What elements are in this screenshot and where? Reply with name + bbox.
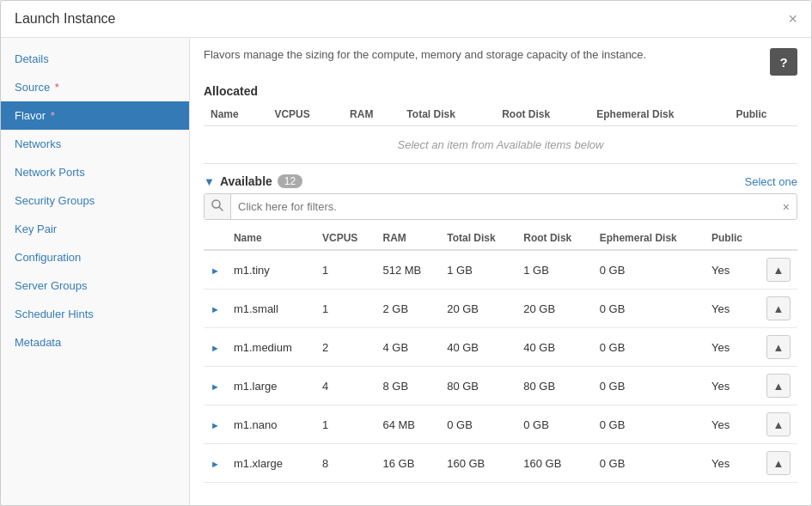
modal-title: Launch Instance (15, 11, 115, 27)
cell-public: Yes (705, 250, 760, 290)
available-label: Available (220, 174, 272, 188)
expand-btn[interactable]: ► (204, 405, 227, 444)
table-row: ►m1.xlarge816 GB160 GB160 GB0 GBYes▲ (204, 444, 797, 483)
table-row: ►m1.nano164 MB0 GB0 GB0 GBYes▲ (204, 405, 797, 444)
sidebar-item-network-ports[interactable]: Network Ports (1, 158, 189, 186)
available-count-badge: 12 (278, 174, 302, 188)
table-row: ►m1.medium24 GB40 GB40 GB0 GBYes▲ (204, 328, 797, 367)
sidebar-item-configuration[interactable]: Configuration (1, 243, 189, 271)
cell-root_disk: 80 GB (516, 367, 592, 405)
expand-btn[interactable]: ► (204, 328, 227, 367)
table-row: ►m1.large48 GB80 GB80 GB0 GBYes▲ (204, 367, 797, 405)
available-col-vcpus: VCPUS (315, 227, 375, 250)
row-action-cell: ▲ (760, 367, 797, 405)
available-header: ▼ Available 12 Select one (204, 174, 797, 188)
allocated-empty-row: Select an item from Available items belo… (204, 126, 797, 164)
sidebar-item-details[interactable]: Details (1, 45, 189, 73)
allocate-button[interactable]: ▲ (766, 451, 791, 475)
table-row: ►m1.small12 GB20 GB20 GB0 GBYes▲ (204, 290, 797, 328)
cell-total_disk: 1 GB (440, 250, 516, 290)
available-table-body: ►m1.tiny1512 MB1 GB1 GB0 GBYes▲►m1.small… (204, 250, 797, 483)
allocate-button[interactable]: ▲ (766, 296, 791, 320)
cell-total_disk: 160 GB (440, 444, 516, 483)
available-left: ▼ Available 12 (204, 174, 302, 188)
allocate-button[interactable]: ▲ (766, 412, 791, 436)
available-expand-col (204, 227, 227, 250)
sidebar-item-key-pair[interactable]: Key Pair (1, 215, 189, 243)
available-table-head: NameVCPUSRAMTotal DiskRoot DiskEphemeral… (204, 227, 797, 250)
cell-root_disk: 1 GB (516, 250, 592, 290)
cell-root_disk: 0 GB (516, 405, 592, 444)
available-col-root-disk: Root Disk (516, 227, 592, 250)
row-action-cell: ▲ (760, 328, 797, 367)
allocated-col-name: Name (204, 103, 267, 126)
launch-instance-modal: Launch Instance × DetailsSource *Flavor … (0, 0, 812, 506)
available-col-public: Public (705, 227, 760, 250)
cell-ram: 512 MB (375, 250, 440, 290)
allocated-table-body: Select an item from Available items belo… (204, 126, 797, 164)
cell-ram: 64 MB (375, 405, 440, 444)
top-row: Flavors manage the sizing for the comput… (204, 48, 797, 76)
required-marker: * (47, 109, 55, 122)
cell-name: m1.small (227, 290, 315, 328)
flavor-description: Flavors manage the sizing for the comput… (204, 48, 760, 61)
cell-ephemeral_disk: 0 GB (593, 290, 705, 328)
sidebar-item-flavor[interactable]: Flavor * (1, 101, 189, 130)
required-marker: * (52, 81, 59, 94)
available-toggle-icon[interactable]: ▼ (204, 175, 215, 188)
expand-btn[interactable]: ► (204, 250, 227, 290)
row-action-cell: ▲ (760, 444, 797, 483)
allocate-button[interactable]: ▲ (766, 258, 791, 282)
cell-ephemeral_disk: 0 GB (593, 444, 705, 483)
cell-ram: 16 GB (375, 444, 440, 483)
cell-vcpus: 1 (315, 290, 375, 328)
search-clear-icon[interactable]: × (776, 195, 797, 219)
sidebar-item-metadata[interactable]: Metadata (1, 328, 189, 357)
sidebar-item-scheduler-hints[interactable]: Scheduler Hints (1, 300, 189, 328)
cell-ephemeral_disk: 0 GB (593, 250, 705, 290)
cell-ephemeral_disk: 0 GB (593, 367, 705, 405)
expand-btn[interactable]: ► (204, 367, 227, 405)
allocate-button[interactable]: ▲ (766, 335, 791, 359)
allocated-col-total-disk: Total Disk (400, 103, 495, 126)
sidebar-item-source[interactable]: Source * (1, 73, 189, 101)
cell-total_disk: 80 GB (440, 367, 516, 405)
cell-name: m1.tiny (227, 250, 315, 290)
svg-line-1 (219, 207, 223, 210)
allocated-col-public: Public (729, 103, 797, 126)
allocated-table: NameVCPUSRAMTotal DiskRoot DiskEphemeral… (204, 103, 797, 164)
sidebar-item-security-groups[interactable]: Security Groups (1, 186, 189, 215)
cell-public: Yes (705, 405, 760, 444)
cell-root_disk: 20 GB (516, 290, 592, 328)
help-button[interactable]: ? (770, 48, 797, 76)
sidebar-item-networks[interactable]: Networks (1, 130, 189, 158)
cell-ephemeral_disk: 0 GB (593, 405, 705, 444)
expand-btn[interactable]: ► (204, 444, 227, 483)
close-icon[interactable]: × (788, 11, 797, 27)
search-icon (205, 194, 231, 219)
allocate-button[interactable]: ▲ (766, 374, 791, 398)
row-action-cell: ▲ (760, 250, 797, 290)
available-col-ephemeral-disk: Ephemeral Disk (593, 227, 705, 250)
allocated-table-head: NameVCPUSRAMTotal DiskRoot DiskEphemeral… (204, 103, 797, 126)
sidebar-item-server-groups[interactable]: Server Groups (1, 271, 189, 300)
allocated-col-root-disk: Root Disk (495, 103, 589, 126)
allocated-col-vcpus: VCPUS (267, 103, 343, 126)
cell-name: m1.medium (227, 328, 315, 367)
allocated-section-title: Allocated (204, 84, 797, 98)
search-input[interactable] (231, 195, 776, 218)
row-action-cell: ▲ (760, 405, 797, 444)
row-action-cell: ▲ (760, 290, 797, 328)
allocated-header-row: NameVCPUSRAMTotal DiskRoot DiskEphemeral… (204, 103, 797, 126)
cell-name: m1.large (227, 367, 315, 405)
expand-btn[interactable]: ► (204, 290, 227, 328)
cell-name: m1.xlarge (227, 444, 315, 483)
available-col-total-disk: Total Disk (440, 227, 516, 250)
cell-ram: 2 GB (375, 290, 440, 328)
available-header-row: NameVCPUSRAMTotal DiskRoot DiskEphemeral… (204, 227, 797, 250)
available-col-name: Name (227, 227, 315, 250)
modal-body: DetailsSource *Flavor *NetworksNetwork P… (1, 38, 811, 505)
select-one-label[interactable]: Select one (745, 175, 797, 188)
cell-public: Yes (705, 444, 760, 483)
cell-root_disk: 160 GB (516, 444, 592, 483)
